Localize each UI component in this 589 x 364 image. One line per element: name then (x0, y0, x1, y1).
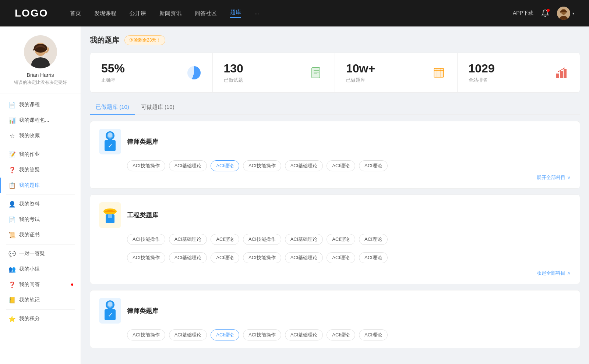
svg-rect-7 (312, 68, 320, 78)
menu-divider-2 (6, 195, 75, 195)
tag[interactable]: ACI理论 (211, 234, 239, 245)
sidebar-item-questionbank[interactable]: 📋 我的题库 (0, 178, 81, 193)
sidebar-item-label: 我的小组 (19, 266, 40, 272)
nav-more[interactable]: ··· (254, 10, 259, 17)
cert-icon: 📜 (9, 232, 15, 238)
chevron-down-icon: ▾ (572, 11, 574, 15)
stat-correctrate: 55% 正确率 (90, 53, 213, 92)
stat-done-banks: 10w+ 已做题库 (335, 53, 458, 92)
sidebar-item-label: 我的作业 (19, 151, 40, 158)
avatar (24, 35, 57, 68)
tag-active[interactable]: ACI理论 (211, 160, 239, 171)
tag[interactable]: ACI基础理论 (285, 160, 323, 171)
nav-discover[interactable]: 发现课程 (94, 10, 116, 17)
sidebar-item-myqa[interactable]: ❓ 我的问答 (0, 277, 81, 292)
sidebar-item-label: 我的题库 (19, 182, 40, 189)
main-nav: 首页 发现课程 公开课 新闻资讯 问答社区 题库 ··· (70, 9, 513, 18)
bank-tags-engineer: ACI技能操作 ACI基础理论 ACI理论 ACI技能操作 ACI基础理论 AC… (99, 234, 571, 267)
homework-icon: 📝 (9, 151, 15, 158)
user-menu[interactable]: ▾ (557, 7, 574, 20)
tag[interactable]: ACI技能操作 (243, 234, 281, 245)
tab-done[interactable]: 已做题库 (10) (90, 100, 135, 114)
engineer-svg (101, 204, 119, 226)
tag[interactable]: ACI技能操作 (127, 160, 165, 171)
tag[interactable]: ACI理论 (327, 252, 355, 263)
tag[interactable]: ACI技能操作 (127, 252, 165, 263)
tag[interactable]: ACI基础理论 (169, 252, 207, 263)
tab-available[interactable]: 可做题库 (10) (135, 100, 180, 114)
nav-qa[interactable]: 问答社区 (195, 10, 217, 17)
lawyer-svg: ✓ (101, 131, 119, 153)
expand-link[interactable]: 展开全部科目 ∨ (99, 174, 571, 181)
sidebar-item-profile[interactable]: 👤 我的资料 (0, 196, 81, 212)
tag[interactable]: ACI理论 (359, 252, 388, 263)
header: LOGO 首页 发现课程 公开课 新闻资讯 问答社区 题库 ··· APP下载 (0, 0, 589, 26)
sidebar-item-points[interactable]: ⭐ 我的积分 (0, 311, 81, 326)
tag[interactable]: ACI基础理论 (285, 234, 323, 245)
tag[interactable]: ACI技能操作 (243, 252, 281, 263)
bell-icon (541, 9, 550, 18)
tag[interactable]: ACI理论 (327, 234, 355, 245)
tag[interactable]: ACI基础理论 (285, 252, 323, 263)
sidebar-item-favorites[interactable]: ☆ 我的收藏 (0, 128, 81, 143)
sidebar-item-questions[interactable]: ❓ 我的答疑 (0, 162, 81, 178)
tag[interactable]: ACI技能操作 (127, 234, 165, 245)
tag[interactable]: ACI技能操作 (127, 329, 165, 340)
sidebar-item-exam[interactable]: 📄 我的考试 (0, 212, 81, 227)
profile-icon: 👤 (9, 201, 15, 207)
tag[interactable]: ACI理论 (327, 160, 355, 171)
stat-value-banks: 10w+ (346, 62, 375, 75)
menu-divider (6, 145, 75, 145)
sidebar-item-coursepack[interactable]: 📊 我的课程包... (0, 113, 81, 128)
nav-home[interactable]: 首页 (70, 10, 81, 17)
tag[interactable]: ACI基础理论 (169, 329, 207, 340)
sidebar-item-tutorage[interactable]: 💬 一对一答疑 (0, 246, 81, 261)
done-banks-icon (431, 65, 446, 80)
tag[interactable]: ACI理论 (211, 252, 239, 263)
sidebar-item-label: 我的积分 (19, 315, 40, 322)
stat-rank: 1029 全站排名 (458, 53, 580, 92)
tag[interactable]: ACI基础理论 (285, 329, 323, 340)
exam-icon: 📄 (9, 216, 15, 223)
stats-row: 55% 正确率 130 已做试题 (90, 53, 580, 93)
tag[interactable]: ACI技能操作 (243, 160, 281, 171)
svg-rect-28 (108, 214, 112, 218)
tag[interactable]: ACI理论 (359, 160, 388, 171)
notes-icon: 📒 (9, 297, 15, 303)
bank-header-lawyer2: ✓ 律师类题库 (99, 298, 571, 324)
bank-card-engineer: 工程类题库 ACI技能操作 ACI基础理论 ACI理论 ACI技能操作 ACI基… (90, 195, 580, 284)
nav-questionbank[interactable]: 题库 (230, 9, 241, 18)
svg-text:✓: ✓ (108, 143, 113, 149)
tag[interactable]: ACI基础理论 (169, 160, 207, 171)
notification-button[interactable] (541, 9, 550, 18)
header-avatar (557, 7, 570, 20)
sidebar-item-label: 我的证书 (19, 232, 40, 238)
lawyer2-svg: ✓ (101, 300, 119, 322)
svg-point-24 (108, 132, 112, 138)
sidebar-item-label: 一对一答疑 (19, 250, 45, 257)
nav-news[interactable]: 新闻资讯 (159, 10, 181, 17)
bank-header: ✓ 律师类题库 (99, 129, 571, 154)
stat-label-done: 已做试题 (224, 77, 243, 83)
stat-value-done: 130 (224, 62, 243, 75)
tag-active[interactable]: ACI理论 (211, 329, 239, 340)
main-content: 我的题库 体验剩余23天！ 55% 正确率 130 已做试题 (81, 26, 589, 364)
sidebar-item-homework[interactable]: 📝 我的作业 (0, 147, 81, 162)
stat-value-correctrate: 55% (101, 62, 125, 75)
app-download-link[interactable]: APP下载 (513, 10, 533, 17)
tag[interactable]: ACI技能操作 (243, 329, 281, 340)
sidebar-item-certificate[interactable]: 📜 我的证书 (0, 227, 81, 243)
tag[interactable]: ACI理论 (359, 329, 388, 340)
sidebar-item-mycourse[interactable]: 📄 我的课程 (0, 97, 81, 113)
sidebar-item-group[interactable]: 👥 我的小组 (0, 261, 81, 277)
collapse-link[interactable]: 收起全部科目 ∧ (99, 270, 571, 276)
group-icon: 👥 (9, 266, 15, 272)
lawyer2-icon: ✓ (99, 298, 121, 324)
tag[interactable]: ACI基础理论 (169, 234, 207, 245)
nav-opencourse[interactable]: 公开课 (130, 10, 146, 17)
logo[interactable]: LOGO (15, 7, 48, 19)
sidebar-item-notes[interactable]: 📒 我的笔记 (0, 292, 81, 308)
tag[interactable]: ACI理论 (327, 329, 355, 340)
coursepack-icon: 📊 (9, 117, 15, 124)
tag[interactable]: ACI理论 (359, 234, 388, 245)
